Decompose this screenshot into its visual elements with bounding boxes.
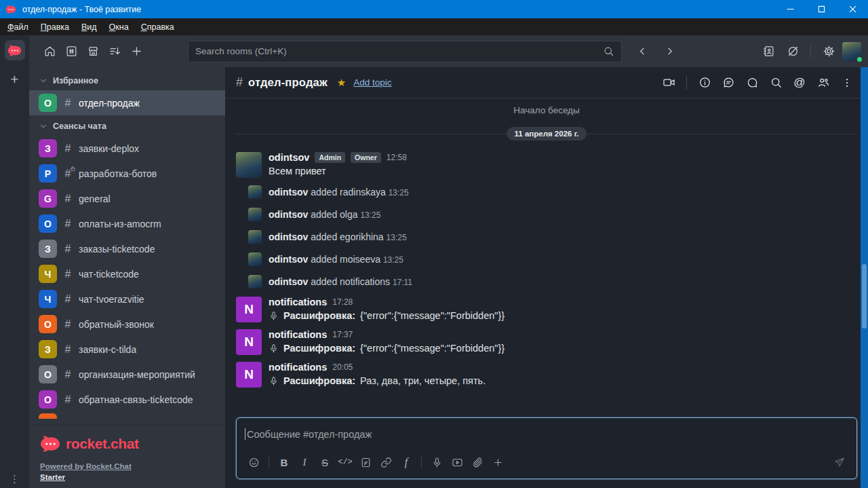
sort-button[interactable] xyxy=(104,41,125,62)
avatar-odintsov-small xyxy=(248,208,262,221)
rocketchat-brand: rocket.chat xyxy=(40,434,214,454)
avatar-odintsov[interactable] xyxy=(236,152,262,178)
bold-button[interactable]: B xyxy=(274,453,294,472)
close-button[interactable] xyxy=(837,0,868,18)
section-favorites[interactable]: Избранное xyxy=(29,70,225,90)
sidebar-item-razrabotka-botov[interactable]: P # разработка-ботов xyxy=(29,161,225,186)
hash-icon: # xyxy=(63,97,73,109)
discussions-button[interactable] xyxy=(742,73,762,93)
mentions-button[interactable]: @ xyxy=(789,73,810,93)
audio-message-button[interactable] xyxy=(427,453,447,472)
italic-button[interactable]: I xyxy=(294,453,315,472)
user-avatar[interactable] xyxy=(842,42,861,61)
favorite-star-icon[interactable]: ★ xyxy=(337,77,346,89)
server-strip: + ⋮ xyxy=(0,35,29,488)
channel-name[interactable]: отдел-продаж xyxy=(248,76,328,89)
composer-divider xyxy=(269,457,269,468)
system-action: added radinskaya xyxy=(311,187,386,198)
sidebar-item-chat-ticketcode[interactable]: Ч # чат-ticketcode xyxy=(29,261,225,286)
minimize-button[interactable] xyxy=(774,0,806,18)
sidebar-item-obratny-zvonok[interactable]: О # обратный-звонок xyxy=(29,312,225,337)
search-rooms-input[interactable] xyxy=(195,46,603,56)
send-button[interactable] xyxy=(829,453,850,472)
nav-forward-button[interactable] xyxy=(658,41,680,62)
menu-help[interactable]: Справка xyxy=(135,20,180,34)
home-button[interactable] xyxy=(39,41,60,62)
system-username[interactable]: odintsov xyxy=(269,187,308,198)
inline-code-button[interactable]: </> xyxy=(335,453,355,472)
text-caret xyxy=(245,428,245,440)
sidebar-item-otdel-prodazh[interactable]: О # отдел-продаж xyxy=(29,90,225,115)
message-username[interactable]: odintsov xyxy=(269,152,309,163)
composer-plus-button[interactable] xyxy=(488,453,508,472)
nav-back-button[interactable] xyxy=(631,41,653,62)
plan-link[interactable]: Starter xyxy=(40,473,214,481)
avatar-notifications[interactable]: N xyxy=(236,297,262,322)
bot-message[interactable]: N notifications17:28 Расшифровка: {"erro… xyxy=(225,293,868,325)
room-name: разработка-ботов xyxy=(79,168,157,179)
menu-file[interactable]: Файл xyxy=(1,20,35,34)
system-username[interactable]: odintsov xyxy=(269,231,308,242)
members-button[interactable] xyxy=(813,73,833,93)
attach-file-button[interactable] xyxy=(467,453,488,472)
threads-button[interactable] xyxy=(718,73,738,93)
system-time: 13:25 xyxy=(387,233,407,242)
message[interactable]: odintsov Admin Owner 12:58 Всем привет xyxy=(225,148,868,181)
strike-button[interactable]: S xyxy=(315,453,335,472)
menu-view[interactable]: Вид xyxy=(75,20,103,34)
video-message-button[interactable] xyxy=(447,453,467,472)
info-icon xyxy=(698,76,711,89)
composer-input[interactable]: Сообщение #отдел-продаж xyxy=(237,418,856,449)
search-rooms-box[interactable] xyxy=(188,41,622,62)
sidebar-item-obratnaya-svyaz-ticketcode[interactable]: О # обратная-связь-ticketcode xyxy=(29,387,225,412)
system-username[interactable]: odintsov xyxy=(269,276,308,287)
sidebar-item-zayavki-s-tilda[interactable]: З # заявки-с-tilda xyxy=(29,337,225,362)
bot-message[interactable]: N notifications17:37 Расшифровка: {"erro… xyxy=(225,325,868,358)
powered-by-link[interactable]: Powered by Rocket.Chat xyxy=(40,462,214,470)
sidebar-item-organizaciya-meropriyatiy[interactable]: О # организация-мероприятий xyxy=(29,362,225,387)
section-chat-sessions[interactable]: Сеансы чата xyxy=(29,115,225,136)
menu-windows[interactable]: Окна xyxy=(103,20,135,34)
emoji-button[interactable] xyxy=(243,453,264,472)
sidebar-item-general[interactable]: G # general xyxy=(29,186,225,211)
message-username[interactable]: notifications xyxy=(269,329,327,340)
settings-button[interactable] xyxy=(818,41,840,62)
avatar-notifications[interactable]: N xyxy=(236,329,262,355)
message-time: 12:58 xyxy=(387,153,407,162)
compose-disabled-button[interactable] xyxy=(782,41,804,62)
add-server-button[interactable]: + xyxy=(10,72,18,86)
bot-message[interactable]: N notifications20:05 Расшифровка: Раз, д… xyxy=(225,358,868,390)
sidebar-item-zayavki-deplox[interactable]: З # заявки-deplox xyxy=(29,136,225,161)
code-block-button[interactable] xyxy=(355,453,376,472)
strike-label: S xyxy=(321,457,328,468)
menu-edit[interactable]: Правка xyxy=(35,20,75,34)
link-button[interactable] xyxy=(376,453,396,472)
server-rocketchat[interactable] xyxy=(5,40,25,60)
add-topic-link[interactable]: Add topic xyxy=(353,77,391,88)
message-username[interactable]: notifications xyxy=(269,362,327,373)
transcript-label: Расшифровка: xyxy=(283,375,355,386)
math-button[interactable]: f xyxy=(396,453,416,472)
avatar-notifications[interactable]: N xyxy=(236,362,262,388)
sidebar-item-oplaty-iz-amocrm[interactable]: О # оплаты-из-amocrm xyxy=(29,211,225,236)
system-message: odintsov added egorikhina 13:25 xyxy=(225,225,868,248)
sidebar-item-chat-tvoerazvitie[interactable]: Ч # чат-tvoerazvitie xyxy=(29,286,225,312)
hash-icon: # xyxy=(63,394,73,406)
sidebar-item-zakazy-ticketcode[interactable]: З # заказы-ticketcode xyxy=(29,236,225,261)
contacts-directory-button[interactable] xyxy=(757,41,779,62)
video-message-icon xyxy=(452,457,463,468)
search-messages-button[interactable] xyxy=(766,73,786,93)
system-username[interactable]: odintsov xyxy=(269,254,308,265)
marketplace-button[interactable] xyxy=(82,41,104,62)
kebab-menu-button[interactable] xyxy=(837,73,857,93)
channels-directory-button[interactable] xyxy=(60,41,82,62)
room-avatar: О xyxy=(39,390,57,409)
room-info-button[interactable] xyxy=(694,73,715,93)
message-composer[interactable]: Сообщение #отдел-продаж B I S </> f xyxy=(236,417,857,479)
strip-kebab-icon[interactable]: ⋮ xyxy=(9,473,20,485)
system-username[interactable]: odintsov xyxy=(269,209,308,220)
create-new-button[interactable] xyxy=(125,41,147,62)
video-call-button[interactable] xyxy=(658,73,679,93)
message-username[interactable]: notifications xyxy=(269,297,327,307)
maximize-button[interactable] xyxy=(806,0,837,18)
